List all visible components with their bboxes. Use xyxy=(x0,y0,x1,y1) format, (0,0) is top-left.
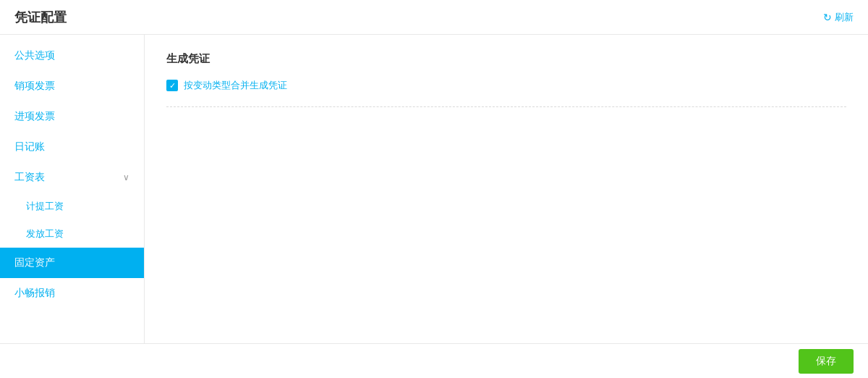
sidebar-item-fixed-assets[interactable]: 固定资产 xyxy=(0,248,144,278)
checkbox-row: ✓ 按变动类型合并生成凭证 xyxy=(166,79,846,92)
sidebar-item-pay-payroll[interactable]: 发放工资 xyxy=(0,220,144,248)
merge-type-checkbox[interactable]: ✓ xyxy=(166,80,178,91)
page-title: 凭证配置 xyxy=(14,9,67,26)
chevron-down-icon: ∨ xyxy=(123,172,129,182)
section-divider xyxy=(166,106,846,107)
sidebar: 公共选项 销项发票 进项发票 日记账 工资表 ∨ 计提工资 发放工资 固定资产 … xyxy=(0,35,145,343)
sidebar-item-petty-expense[interactable]: 小畅报销 xyxy=(0,278,144,308)
refresh-label: 刷新 xyxy=(835,11,854,24)
sidebar-item-public-options[interactable]: 公共选项 xyxy=(0,41,144,71)
sidebar-item-label: 工资表 xyxy=(14,171,45,184)
sidebar-item-label: 销项发票 xyxy=(14,80,55,93)
section-title: 生成凭证 xyxy=(166,52,846,66)
refresh-button[interactable]: ↻ 刷新 xyxy=(823,11,854,24)
sidebar-item-calc-payroll[interactable]: 计提工资 xyxy=(0,193,144,220)
page-footer: 保存 xyxy=(0,343,868,378)
sidebar-item-label: 公共选项 xyxy=(14,49,55,62)
sidebar-item-label: 日记账 xyxy=(14,140,45,154)
sidebar-item-sales-invoice[interactable]: 销项发票 xyxy=(0,71,144,101)
sidebar-item-label: 进项发票 xyxy=(14,110,55,123)
sidebar-item-label: 发放工资 xyxy=(26,228,64,239)
page-header: 凭证配置 ↻ 刷新 xyxy=(0,0,868,35)
sidebar-item-payroll-sheet[interactable]: 工资表 ∨ xyxy=(0,162,144,193)
sidebar-item-label: 固定资产 xyxy=(14,256,55,269)
save-button[interactable]: 保存 xyxy=(799,349,854,374)
checkbox-label: 按变动类型合并生成凭证 xyxy=(184,79,287,92)
main-layout: 公共选项 销项发票 进项发票 日记账 工资表 ∨ 计提工资 发放工资 固定资产 … xyxy=(0,35,868,343)
sidebar-item-purchase-invoice[interactable]: 进项发票 xyxy=(0,101,144,132)
content-area: 生成凭证 ✓ 按变动类型合并生成凭证 xyxy=(145,35,868,343)
checkmark-icon: ✓ xyxy=(169,82,176,90)
refresh-icon: ↻ xyxy=(823,12,832,23)
sidebar-item-label: 小畅报销 xyxy=(14,287,55,300)
sidebar-item-label: 计提工资 xyxy=(26,201,64,211)
sidebar-item-journal[interactable]: 日记账 xyxy=(0,132,144,162)
